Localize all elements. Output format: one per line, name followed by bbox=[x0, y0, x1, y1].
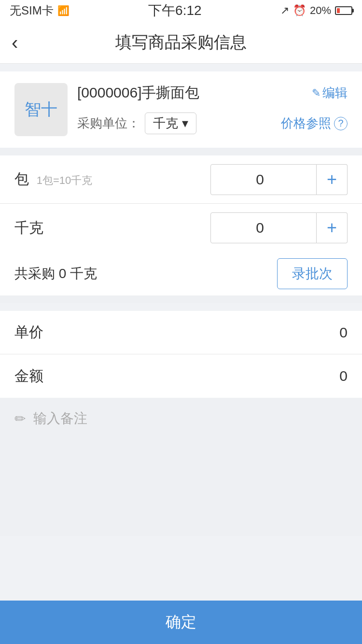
kg-input-group: + bbox=[210, 212, 348, 243]
edit-button[interactable]: ✎ 编辑 bbox=[312, 84, 348, 101]
remark-section[interactable]: ✏ 输入备注 bbox=[0, 398, 362, 439]
battery-percent: 20% bbox=[310, 4, 331, 17]
battery-icon bbox=[335, 6, 352, 15]
bag-sublabel: 1包=10千克 bbox=[37, 174, 93, 186]
confirm-button[interactable]: 确定 bbox=[0, 601, 362, 644]
carrier-label: 无SIM卡 bbox=[10, 3, 54, 18]
unit-price-row: 单价 0 bbox=[0, 311, 362, 354]
edit-icon: ✎ bbox=[312, 87, 320, 99]
confirm-button-label: 确定 bbox=[166, 612, 196, 633]
dropdown-icon: ▾ bbox=[182, 116, 188, 131]
back-button[interactable]: ‹ bbox=[12, 33, 18, 52]
total-prefix: 共采购 bbox=[14, 266, 55, 281]
amount-value: 0 bbox=[339, 368, 348, 384]
product-name: [0000006]手撕面包 bbox=[77, 83, 199, 103]
amount-label: 金额 bbox=[14, 366, 43, 386]
section-divider-1 bbox=[0, 148, 362, 155]
product-name-row: [0000006]手撕面包 ✎ 编辑 bbox=[77, 83, 348, 103]
product-card: 智十 [0000006]手撕面包 ✎ 编辑 采购单位： 千克 ▾ bbox=[0, 71, 362, 148]
status-right: ↗ ⏰ 20% bbox=[280, 4, 352, 17]
total-amount: 0 bbox=[59, 266, 67, 281]
price-section: 单价 0 金额 0 bbox=[0, 311, 362, 398]
section-divider-2 bbox=[0, 295, 362, 303]
bag-input-row: 包 1包=10千克 + bbox=[0, 155, 362, 204]
edit-label: 编辑 bbox=[322, 84, 348, 101]
location-icon: ↗ bbox=[280, 4, 289, 17]
bag-quantity-input[interactable] bbox=[210, 164, 317, 195]
total-section: 共采购 0 千克 录批次 bbox=[0, 252, 362, 295]
unit-label: 采购单位： bbox=[77, 115, 140, 132]
wifi-icon: 📶 bbox=[57, 5, 70, 16]
product-info: [0000006]手撕面包 ✎ 编辑 采购单位： 千克 ▾ 价格参照 ? bbox=[77, 83, 348, 134]
unit-value: 千克 bbox=[153, 115, 178, 132]
input-section: 包 1包=10千克 + 千克 + bbox=[0, 155, 362, 252]
bag-label-group: 包 1包=10千克 bbox=[14, 169, 92, 189]
kg-label: 千克 bbox=[14, 220, 43, 236]
product-logo: 智十 bbox=[25, 98, 57, 121]
unit-price-value: 0 bbox=[339, 324, 348, 341]
status-time: 下午6:12 bbox=[148, 1, 202, 20]
amount-row: 金额 0 bbox=[0, 354, 362, 398]
price-ref-button[interactable]: 价格参照 ? bbox=[281, 115, 348, 132]
status-bar: 无SIM卡 📶 下午6:12 ↗ ⏰ 20% bbox=[0, 0, 362, 21]
nav-bar: ‹ 填写商品采购信息 bbox=[0, 21, 362, 64]
help-icon: ? bbox=[334, 117, 348, 130]
kg-label-group: 千克 bbox=[14, 218, 43, 238]
status-left: 无SIM卡 📶 bbox=[10, 3, 70, 18]
batch-button[interactable]: 录批次 bbox=[277, 258, 348, 289]
unit-selector[interactable]: 千克 ▾ bbox=[145, 112, 196, 134]
bag-label: 包 bbox=[14, 171, 29, 187]
total-unit: 千克 bbox=[70, 266, 97, 281]
remark-placeholder: 输入备注 bbox=[33, 409, 87, 428]
remark-icon: ✏ bbox=[14, 411, 26, 427]
product-unit-row: 采购单位： 千克 ▾ 价格参照 ? bbox=[77, 112, 348, 134]
bag-input-group: + bbox=[210, 164, 348, 195]
price-ref-label: 价格参照 bbox=[281, 115, 331, 132]
page-title: 填写商品采购信息 bbox=[115, 31, 247, 54]
kg-quantity-input[interactable] bbox=[210, 212, 317, 243]
kg-plus-button[interactable]: + bbox=[317, 212, 348, 243]
alarm-icon: ⏰ bbox=[293, 4, 306, 17]
product-image: 智十 bbox=[14, 83, 68, 136]
unit-price-label: 单价 bbox=[14, 322, 43, 342]
empty-space bbox=[0, 439, 362, 536]
total-text: 共采购 0 千克 bbox=[14, 265, 97, 283]
kg-input-row: 千克 + bbox=[0, 204, 362, 252]
bag-plus-button[interactable]: + bbox=[317, 164, 348, 195]
